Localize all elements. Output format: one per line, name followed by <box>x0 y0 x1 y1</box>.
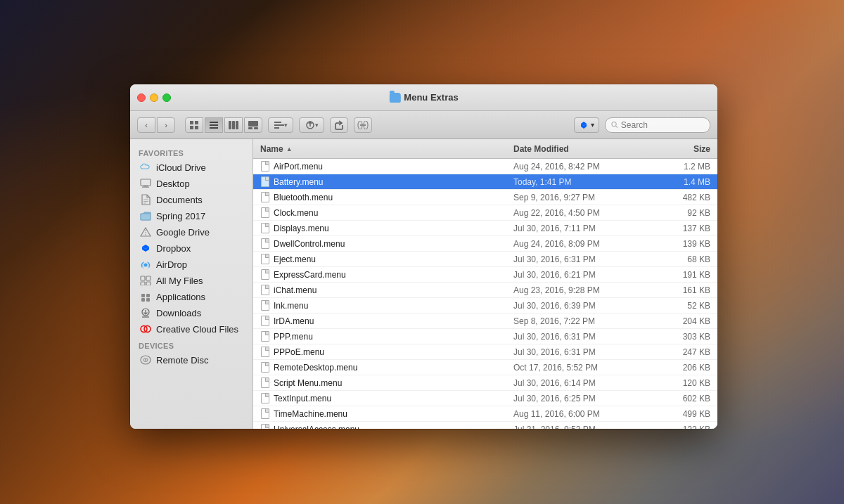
file-row[interactable]: Eject.menuJul 30, 2016, 6:31 PM68 KB <box>253 252 717 267</box>
action-button[interactable]: ▾ <box>299 117 324 133</box>
file-row[interactable]: ExpressCard.menuJul 30, 2016, 6:21 PM191… <box>253 267 717 283</box>
file-row[interactable]: PPP.menuJul 30, 2016, 6:31 PM303 KB <box>253 329 717 344</box>
file-list: Name ▲ Date Modified Size AirPort.menuAu… <box>253 139 717 429</box>
main-content: Favorites iCloud Drive Deskto <box>130 139 717 429</box>
sidebar-item-documents[interactable]: Documents <box>133 192 250 207</box>
dropbox-sidebar-icon <box>140 243 151 254</box>
file-size: 52 KB <box>654 301 710 311</box>
file-date: Sep 8, 2016, 7:22 PM <box>513 316 654 326</box>
svg-rect-5 <box>210 124 218 126</box>
file-row[interactable]: iChat.menuAug 23, 2016, 9:28 PM161 KB <box>253 283 717 298</box>
file-date: Jul 30, 2016, 6:14 PM <box>513 378 654 388</box>
file-size: 1.4 MB <box>654 177 710 187</box>
file-row[interactable]: Bluetooth.menuSep 9, 2016, 9:27 PM482 KB <box>253 190 717 205</box>
file-date: Jul 30, 2016, 6:39 PM <box>513 301 654 311</box>
file-date: Oct 17, 2016, 5:52 PM <box>513 363 654 373</box>
sidebar-item-dropbox[interactable]: Dropbox <box>133 240 250 256</box>
file-name: Battery.menu <box>274 177 513 187</box>
file-size: 120 KB <box>654 378 710 388</box>
file-row[interactable]: Script Menu.menuJul 30, 2016, 6:14 PM120… <box>253 375 717 391</box>
sidebar-item-icloud-drive[interactable]: iCloud Drive <box>133 160 250 175</box>
sidebar: Favorites iCloud Drive Deskto <box>130 139 253 429</box>
svg-point-24 <box>612 122 616 126</box>
file-name: Ink.menu <box>274 301 513 311</box>
svg-rect-2 <box>190 126 193 129</box>
applications-label: Applications <box>156 292 205 302</box>
file-row[interactable]: RemoteDesktop.menuOct 17, 2016, 5:52 PM2… <box>253 360 717 375</box>
view-icon-button[interactable] <box>185 117 203 133</box>
sidebar-item-creative-cloud[interactable]: Creative Cloud Files <box>133 321 250 337</box>
file-row[interactable]: UniversalAccess.menuJul 31, 2016, 9:53 P… <box>253 422 717 429</box>
file-list-header: Name ▲ Date Modified Size <box>253 139 717 159</box>
downloads-icon <box>140 307 151 318</box>
view-list-button[interactable] <box>205 117 223 133</box>
svg-rect-11 <box>248 127 252 129</box>
file-row[interactable]: TimeMachine.menuAug 11, 2016, 6:00 PM499… <box>253 406 717 422</box>
sidebar-item-all-my-files[interactable]: All My Files <box>133 273 250 288</box>
sort-arrow: ▲ <box>286 146 293 153</box>
sidebar-item-remote-disc[interactable]: Remote Disc <box>133 352 250 368</box>
file-row[interactable]: AirPort.menuAug 24, 2016, 8:42 PM1.2 MB <box>253 159 717 174</box>
minimize-button[interactable] <box>150 93 158 102</box>
google-drive-label: Google Drive <box>156 227 210 238</box>
google-drive-icon <box>140 226 151 238</box>
file-icon <box>260 377 270 389</box>
file-date: Jul 30, 2016, 6:25 PM <box>513 394 654 403</box>
arrange-button[interactable]: ▾ <box>268 117 293 133</box>
file-name: AirPort.menu <box>274 162 513 172</box>
svg-rect-0 <box>190 121 193 124</box>
back-button[interactable]: ‹ <box>137 117 155 133</box>
view-cover-button[interactable] <box>244 117 262 133</box>
file-row[interactable]: Clock.menuAug 22, 2016, 4:50 PM92 KB <box>253 205 717 221</box>
file-row[interactable]: DwellControl.menuAug 24, 2016, 8:09 PM13… <box>253 236 717 252</box>
file-row[interactable]: Battery.menuToday, 1:41 PM1.4 MB <box>253 174 717 190</box>
file-name: DwellControl.menu <box>274 239 513 249</box>
icloud-drive-label: iCloud Drive <box>156 162 206 173</box>
share-button[interactable] <box>330 117 348 133</box>
file-icon <box>260 223 270 234</box>
column-size[interactable]: Size <box>654 144 710 154</box>
window-folder-icon <box>389 93 400 103</box>
svg-rect-20 <box>360 124 366 126</box>
file-icon <box>260 192 270 203</box>
column-name[interactable]: Name ▲ <box>260 144 513 154</box>
sidebar-item-applications[interactable]: Applications <box>133 289 250 304</box>
dropbox-button[interactable]: ▾ <box>574 117 599 133</box>
sidebar-item-airdrop[interactable]: AirDrop <box>133 257 250 272</box>
favorites-label: Favorites <box>130 145 252 159</box>
sidebar-item-spring-2017[interactable]: Spring 2017 <box>133 208 250 224</box>
tag-button[interactable] <box>354 117 372 133</box>
sidebar-item-desktop[interactable]: Desktop <box>133 176 250 191</box>
spring2017-folder-icon <box>140 210 151 221</box>
file-name: UniversalAccess.menu <box>274 425 513 429</box>
column-date[interactable]: Date Modified <box>513 144 654 154</box>
file-date: Aug 22, 2016, 4:50 PM <box>513 208 654 218</box>
svg-rect-10 <box>248 121 258 127</box>
svg-rect-9 <box>236 121 238 129</box>
view-column-button[interactable] <box>224 117 243 133</box>
maximize-button[interactable] <box>162 93 171 102</box>
forward-button[interactable]: › <box>157 117 175 133</box>
svg-rect-8 <box>232 121 235 129</box>
file-icon <box>260 316 270 327</box>
svg-point-37 <box>144 264 148 267</box>
file-row[interactable]: TextInput.menuJul 30, 2016, 6:25 PM602 K… <box>253 391 717 406</box>
desktop-label: Desktop <box>156 179 190 189</box>
search-input[interactable] <box>621 120 704 130</box>
sidebar-item-google-drive[interactable]: Google Drive <box>133 224 250 240</box>
sidebar-item-downloads[interactable]: Downloads <box>133 305 250 321</box>
file-icon <box>260 362 270 373</box>
file-row[interactable]: IrDA.menuSep 8, 2016, 7:22 PM204 KB <box>253 314 717 329</box>
close-button[interactable] <box>137 93 146 102</box>
file-row[interactable]: Ink.menuJul 30, 2016, 6:39 PM52 KB <box>253 298 717 314</box>
svg-rect-26 <box>141 179 151 186</box>
file-row[interactable]: PPPoE.menuJul 30, 2016, 6:31 PM247 KB <box>253 344 717 360</box>
file-size: 499 KB <box>654 409 710 419</box>
svg-rect-45 <box>146 298 150 302</box>
file-date: Jul 30, 2016, 6:31 PM <box>513 254 654 264</box>
file-icon <box>260 285 270 296</box>
file-name: TimeMachine.menu <box>274 409 513 419</box>
applications-icon <box>140 291 151 302</box>
search-box[interactable] <box>605 117 710 133</box>
file-row[interactable]: Displays.menuJul 30, 2016, 7:11 PM137 KB <box>253 221 717 236</box>
